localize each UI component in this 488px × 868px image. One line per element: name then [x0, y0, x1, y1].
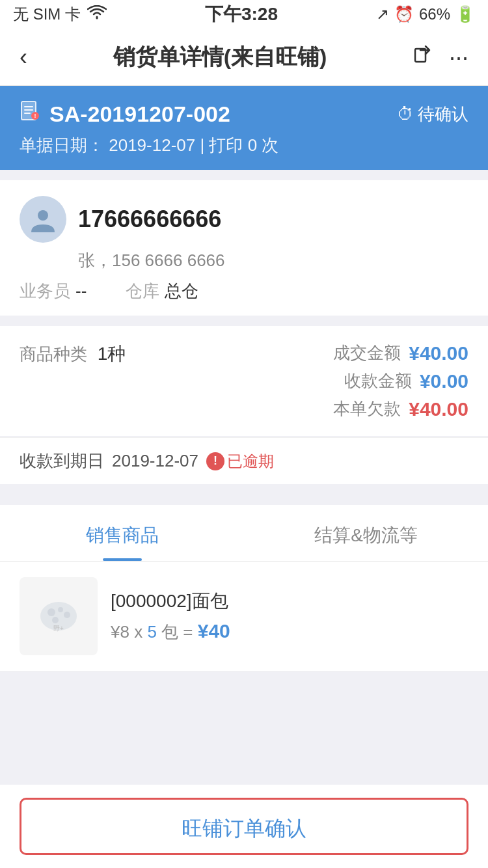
nav-bar: ‹ 销货单详情(来自旺铺) ···	[0, 29, 488, 86]
owed-amount-label: 本单欠款	[333, 398, 401, 420]
back-button[interactable]: ‹	[20, 44, 27, 71]
deal-amount-value: ¥40.00	[409, 342, 468, 364]
due-date-value: 2019-12-07	[112, 451, 198, 471]
unit: 包	[161, 622, 178, 642]
product-type-value: 1种	[98, 344, 126, 364]
order-doc-icon: !	[20, 100, 42, 128]
equals-sign: =	[183, 622, 197, 642]
status-right: ↗ ⏰ 66% 🔋	[376, 5, 475, 23]
deal-amount-label: 成交金额	[333, 342, 401, 364]
quantity: 5	[147, 622, 156, 642]
battery-icon: 🔋	[455, 5, 475, 23]
collected-amount-value: ¥0.00	[420, 370, 468, 392]
status-bar: 无 SIM 卡 下午3:28 ↗ ⏰ 66% 🔋	[0, 0, 488, 29]
product-thumbnail: 野+	[20, 577, 98, 655]
battery-text: 66%	[419, 5, 450, 23]
amounts-area: 成交金额 ¥40.00 收款金额 ¥0.00 本单欠款 ¥40.00	[333, 342, 468, 420]
svg-text:!: !	[34, 113, 36, 119]
due-date-label: 收款到期日	[20, 450, 104, 472]
product-price-row: ¥8 x 5 包 = ¥40	[111, 620, 468, 644]
svg-text:野+: 野+	[53, 625, 64, 632]
product-type-label: 商品种类	[20, 344, 87, 364]
order-number: ! SA-20191207-002	[20, 100, 230, 128]
header-card: ! SA-20191207-002 ⏱ 待确认 单据日期： 2019-12-07…	[0, 86, 488, 170]
owed-amount-value: ¥40.00	[409, 398, 468, 420]
status-text: 待确认	[418, 103, 468, 126]
more-icon[interactable]: ···	[449, 44, 468, 71]
separator-2	[0, 484, 488, 495]
status-left: 无 SIM 卡	[13, 4, 107, 25]
product-type-area: 商品种类 1种	[20, 342, 126, 366]
alarm-icon: ⏰	[394, 5, 414, 23]
multiply-sign: x	[134, 622, 147, 642]
customer-card: 17666666666 张，156 6666 6666 业务员 -- 仓库 总仓	[0, 180, 488, 316]
svg-point-7	[58, 607, 63, 612]
customer-phone: 17666666666	[78, 206, 221, 233]
carrier-text: 无 SIM 卡	[13, 4, 81, 25]
summary-card: 商品种类 1种 成交金额 ¥40.00 收款金额 ¥0.00 本单欠款 ¥40.…	[0, 326, 488, 436]
svg-point-9	[52, 617, 59, 623]
total-price: ¥40	[198, 620, 230, 642]
status-time: 下午3:28	[205, 2, 278, 27]
confirm-order-button[interactable]: 旺铺订单确认	[20, 798, 468, 855]
product-name: [0000002]面包	[111, 589, 468, 614]
nav-actions: ···	[413, 42, 468, 72]
due-date-card: 收款到期日 2019-12-07 ! 已逾期	[0, 437, 488, 484]
avatar	[20, 196, 66, 243]
tabs-container: 销售商品 结算&物流等	[0, 505, 488, 562]
order-status-badge: ⏱ 待确认	[397, 103, 468, 126]
overdue-badge: ! 已逾期	[206, 451, 274, 472]
customer-detail: 业务员 -- 仓库 总仓	[20, 280, 468, 303]
overdue-text: 已逾期	[227, 451, 274, 472]
tab-settlement[interactable]: 结算&物流等	[244, 505, 488, 561]
warehouse-value: 总仓	[165, 280, 198, 303]
clock-icon: ⏱	[397, 104, 414, 124]
order-date-line: 单据日期： 2019-12-07 | 打印 0 次	[20, 134, 468, 157]
share-icon[interactable]	[413, 42, 436, 72]
order-id: SA-20191207-002	[49, 102, 230, 127]
svg-point-4	[38, 210, 48, 221]
salesman-value: --	[75, 281, 87, 301]
wifi-icon	[87, 5, 107, 23]
warehouse-label: 仓库	[126, 280, 159, 303]
collected-amount-label: 收款金额	[344, 370, 412, 392]
bottom-btn-area: 旺铺订单确认	[0, 785, 488, 868]
svg-point-6	[47, 608, 55, 616]
table-row: 野+ [0000002]面包 ¥8 x 5 包 = ¥40	[0, 562, 488, 671]
location-icon: ↗	[376, 5, 389, 23]
tab-products[interactable]: 销售商品	[0, 505, 244, 561]
product-list: 野+ [0000002]面包 ¥8 x 5 包 = ¥40	[0, 562, 488, 671]
svg-point-8	[64, 612, 70, 618]
separator-1	[0, 316, 488, 326]
page-title: 销货单详情(来自旺铺)	[113, 42, 327, 72]
salesman-label: 业务员	[20, 280, 70, 303]
overdue-warning-icon: !	[206, 452, 224, 470]
product-info: [0000002]面包 ¥8 x 5 包 = ¥40	[111, 589, 468, 644]
unit-price: ¥8	[111, 622, 129, 642]
customer-contact: 张，156 6666 6666	[78, 249, 468, 272]
